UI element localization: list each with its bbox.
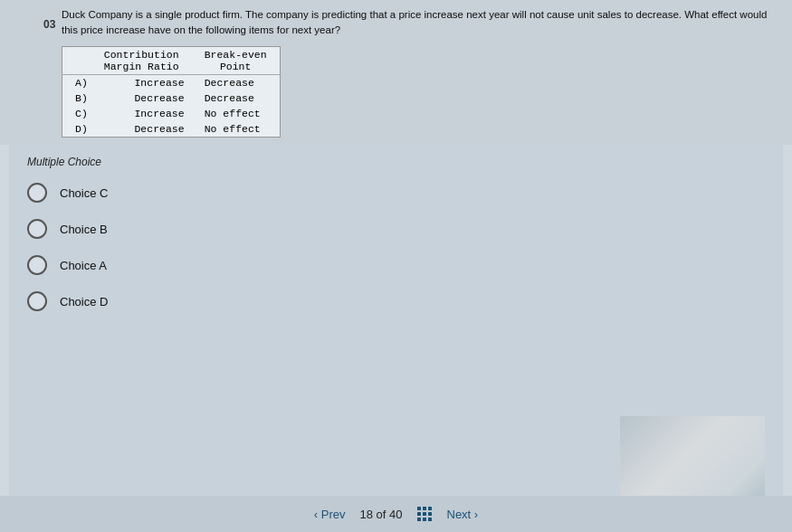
question-number: 03 bbox=[43, 18, 55, 31]
table-col1-header: Contribution Margin Ratio bbox=[91, 46, 192, 74]
row-c-col1: Increase bbox=[91, 106, 192, 121]
prev-button[interactable]: ‹ Prev bbox=[314, 508, 346, 521]
row-letter-a: A) bbox=[62, 74, 91, 90]
prev-label[interactable]: Prev bbox=[321, 508, 346, 521]
multiple-choice-section: Multiple Choice Choice C Choice B Choice… bbox=[9, 145, 783, 496]
row-d-col1: Decrease bbox=[91, 121, 192, 138]
table-row: C) Increase No effect bbox=[62, 106, 281, 121]
table-row: B) Decrease Decrease bbox=[62, 90, 281, 106]
answer-table: Contribution Margin Ratio Break-even Poi… bbox=[62, 46, 281, 138]
table-row: D) Decrease No effect bbox=[62, 121, 281, 138]
choice-a-text: Choice A bbox=[60, 259, 107, 272]
table-empty-header bbox=[62, 46, 91, 74]
next-button[interactable]: Next › bbox=[447, 508, 479, 521]
next-label[interactable]: Next bbox=[447, 508, 472, 521]
choice-b-text: Choice B bbox=[60, 223, 108, 236]
row-c-col2: No effect bbox=[192, 106, 281, 121]
row-a-col2: Decrease bbox=[192, 74, 281, 90]
choice-d-item[interactable]: Choice D bbox=[27, 291, 765, 311]
choice-b-item[interactable]: Choice B bbox=[27, 219, 765, 239]
row-d-col2: No effect bbox=[192, 121, 281, 138]
choice-d-radio[interactable] bbox=[27, 291, 47, 311]
choice-a-item[interactable]: Choice A bbox=[27, 255, 765, 275]
next-chevron: › bbox=[474, 508, 478, 521]
choice-a-radio[interactable] bbox=[27, 255, 47, 275]
table-row: A) Increase Decrease bbox=[62, 74, 281, 90]
multiple-choice-label: Multiple Choice bbox=[27, 156, 765, 168]
choice-c-radio[interactable] bbox=[27, 183, 47, 203]
question-area: 03 Duck Company is a single product firm… bbox=[0, 0, 792, 145]
row-letter-d: D) bbox=[62, 121, 91, 138]
row-letter-b: B) bbox=[62, 90, 91, 106]
choice-d-text: Choice D bbox=[60, 295, 108, 309]
row-letter-c: C) bbox=[62, 106, 91, 121]
choice-b-radio[interactable] bbox=[27, 219, 47, 239]
question-text: Duck Company is a single product firm. T… bbox=[62, 7, 774, 39]
choice-c-item[interactable]: Choice C bbox=[27, 183, 765, 203]
row-b-col1: Decrease bbox=[91, 90, 192, 106]
table-col2-header: Break-even Point bbox=[192, 46, 281, 74]
grid-icon[interactable] bbox=[417, 507, 433, 522]
row-b-col2: Decrease bbox=[192, 90, 281, 106]
bottom-navigation: ‹ Prev 18 of 40 Next › bbox=[0, 496, 792, 532]
prev-chevron: ‹ bbox=[314, 508, 318, 521]
page-info: 18 of 40 bbox=[360, 508, 403, 521]
choice-c-text: Choice C bbox=[60, 186, 108, 200]
row-a-col1: Increase bbox=[91, 74, 192, 90]
